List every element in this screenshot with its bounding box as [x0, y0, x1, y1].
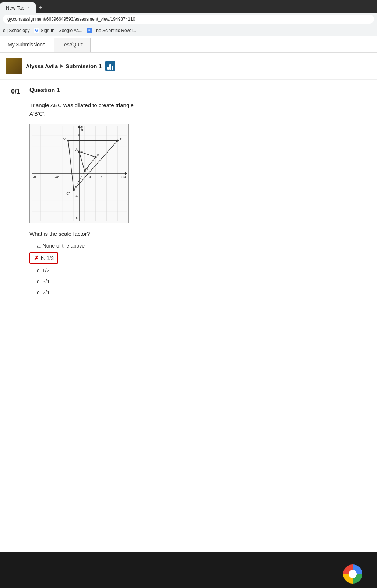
doc-label: The Scientific Revol...: [94, 28, 136, 33]
question-area: 0/1 Question 1 Triangle ABC was dilated …: [0, 80, 377, 307]
avatar-image: [6, 58, 22, 74]
chart-icon[interactable]: [105, 61, 115, 71]
chart-bar-3: [112, 66, 113, 70]
question-body: Triangle ABC was dilated to create trian…: [29, 101, 370, 297]
answer-choice-b-wrapper: ✗ b. 1/3: [29, 252, 370, 266]
svg-text:4: 4: [89, 175, 91, 179]
svg-point-36: [78, 150, 80, 153]
bookmarks-bar: e | Schoology G Sign In - Google Ac... ≡…: [0, 25, 377, 36]
submission-name-row: Alyssa Avila ▶ Submission 1: [26, 61, 115, 71]
question-text-line2: A'B'C'.: [29, 111, 46, 117]
svg-text:C': C': [66, 191, 70, 195]
svg-text:x: x: [124, 174, 127, 179]
answer-choice-e[interactable]: e. 2/1: [29, 288, 370, 297]
question-text-line1: Triangle ABC was dilated to create trian…: [29, 102, 134, 108]
svg-text:8: 8: [121, 175, 124, 179]
browser-tab[interactable]: New Tab ×: [0, 2, 36, 13]
browser-chrome: New Tab × + gy.com/assignment/6639664959…: [0, 0, 377, 36]
svg-text:B': B': [119, 137, 122, 141]
tab-bar: New Tab × +: [0, 0, 377, 13]
question-title: Question 1: [29, 87, 60, 94]
new-tab-button[interactable]: +: [39, 4, 43, 12]
svg-text:4: 4: [101, 175, 103, 179]
answer-choices: a. None of the above ✗ b. 1/3 c. 1/2 d. …: [29, 241, 370, 297]
question-text: Triangle ABC was dilated to create trian…: [29, 101, 370, 118]
scale-factor-question: What is the scale factor?: [29, 231, 370, 237]
chrome-logo-inner: [349, 570, 357, 578]
svg-point-42: [67, 140, 69, 142]
address-bar[interactable]: gy.com/assignment/66396649593/assessment…: [3, 15, 374, 24]
page-content: My Submissions Test/Quiz Alyssa Avila ▶ …: [0, 36, 377, 552]
address-text: gy.com/assignment/66396649593/assessment…: [7, 17, 135, 22]
answer-choice-a[interactable]: a. None of the above: [29, 241, 370, 250]
tab-test-quiz[interactable]: Test/Quiz: [54, 38, 91, 52]
tab-my-submissions-label: My Submissions: [8, 42, 45, 48]
answer-d-label: d. 3/1: [37, 279, 50, 284]
google-icon: G: [34, 28, 39, 33]
svg-text:8: 8: [81, 128, 83, 132]
answer-a-label: a. None of the above: [37, 243, 85, 249]
question-row: 0/1 Question 1: [11, 87, 370, 95]
schoology-label: e | Schoology: [3, 28, 30, 33]
doc-icon: ≡: [87, 28, 92, 33]
svg-text:-8: -8: [33, 175, 36, 179]
graph-container: y x -8 4 -8: [29, 124, 370, 223]
answer-b-label: b. 1/3: [41, 255, 54, 261]
chart-bar-1: [107, 67, 109, 70]
svg-text:C: C: [85, 167, 88, 171]
answer-choice-d[interactable]: d. 3/1: [29, 277, 370, 286]
google-label: Sign In - Google Ac...: [41, 28, 82, 33]
svg-text:A: A: [75, 147, 78, 151]
svg-text:A': A': [63, 137, 66, 141]
answer-choice-b[interactable]: ✗ b. 1/3: [29, 252, 58, 264]
chrome-logo: [343, 564, 362, 584]
svg-text:-8: -8: [74, 216, 78, 220]
bottom-bar: [0, 552, 377, 588]
answer-c-label: c. 1/2: [37, 267, 49, 273]
svg-text:-4: -4: [56, 175, 59, 179]
breadcrumb-arrow: ▶: [60, 63, 63, 69]
page-tabs: My Submissions Test/Quiz: [0, 36, 377, 53]
address-bar-row: gy.com/assignment/66396649593/assessment…: [0, 13, 377, 25]
bookmark-schoology[interactable]: e | Schoology: [3, 28, 30, 33]
wrong-icon: ✗: [34, 255, 39, 262]
submission-header: Alyssa Avila ▶ Submission 1: [0, 53, 377, 80]
svg-text:B: B: [97, 153, 99, 157]
submission-label: Submission 1: [66, 63, 102, 69]
answer-e-label: e. 2/1: [37, 290, 50, 295]
question-score: 0/1: [11, 87, 22, 95]
bookmark-google[interactable]: G Sign In - Google Ac...: [34, 28, 82, 33]
tab-title: New Tab: [6, 5, 24, 11]
svg-text:4: 4: [81, 150, 83, 154]
svg-point-46: [73, 189, 75, 191]
tab-test-quiz-label: Test/Quiz: [61, 42, 83, 48]
student-name: Alyssa Avila: [26, 63, 58, 69]
svg-point-48: [78, 134, 80, 136]
avatar: [6, 58, 22, 74]
chart-bar-2: [109, 64, 111, 70]
bookmark-doc[interactable]: ≡ The Scientific Revol...: [87, 28, 136, 33]
tab-close-button[interactable]: ×: [27, 6, 29, 10]
answer-choice-c[interactable]: c. 1/2: [29, 266, 370, 275]
tab-my-submissions[interactable]: My Submissions: [0, 38, 53, 52]
svg-text:-4: -4: [74, 194, 78, 198]
coordinate-graph: y x -8 4 -8: [29, 124, 129, 223]
